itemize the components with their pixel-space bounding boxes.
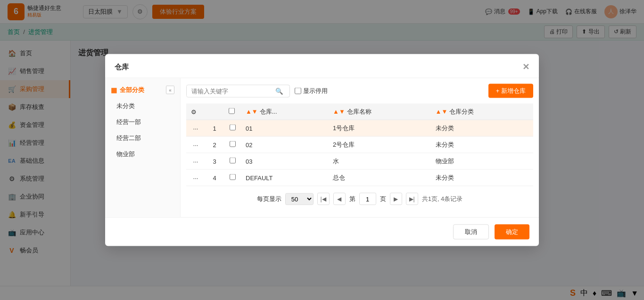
row-name: 1号仓库 bbox=[328, 120, 430, 136]
table-toolbar: 🔍 显示停用 + 新增仓库 bbox=[186, 84, 533, 98]
col-code-header: ▲▼仓库... bbox=[241, 104, 328, 120]
search-box: 🔍 bbox=[186, 84, 290, 97]
row-code: DEFAULT bbox=[241, 169, 328, 186]
category-item-property[interactable]: 物业部 bbox=[105, 146, 180, 162]
row-name: 水 bbox=[328, 153, 430, 169]
all-category-header[interactable]: ▦ 全部分类 « bbox=[105, 82, 180, 98]
col-num-header bbox=[205, 104, 224, 120]
row-category: 物业部 bbox=[431, 153, 533, 169]
pagination-bar: 每页显示 50 20 100 |◀ ◀ 第 页 ▶ ▶| 共1页, 4条记录 bbox=[186, 186, 533, 212]
row-num: 1 bbox=[205, 120, 224, 136]
table-row[interactable]: ··· 1 01 1号仓库 未分类 bbox=[186, 120, 533, 136]
prev-page-button[interactable]: ◀ bbox=[333, 193, 346, 205]
all-category-label: 全部分类 bbox=[120, 86, 144, 94]
row-num: 3 bbox=[205, 153, 224, 169]
warehouse-table: ⚙ ▲▼仓库... ▲▼仓库名称 ▲▼仓库分类 ··· 1 01 1号仓库 未分… bbox=[186, 104, 533, 186]
modal-body: ▦ 全部分类 « 未分类 经营一部 经营二部 物业部 🔍 显示停用 + 新增仓库 bbox=[105, 78, 539, 217]
show-disabled-text: 显示停用 bbox=[303, 87, 328, 95]
select-all-checkbox[interactable] bbox=[229, 108, 235, 114]
row-code: 03 bbox=[241, 153, 328, 169]
modal-header: 仓库 ✕ bbox=[105, 54, 539, 78]
per-page-select[interactable]: 50 20 100 bbox=[285, 193, 314, 205]
row-code: 01 bbox=[241, 120, 328, 136]
row-actions: ··· bbox=[186, 120, 205, 136]
modal-footer: 取消 确定 bbox=[105, 217, 539, 246]
grid-icon: ▦ bbox=[111, 86, 117, 94]
category-item-dept1[interactable]: 经营一部 bbox=[105, 114, 180, 130]
page-suffix: 页 bbox=[380, 195, 386, 203]
total-records: 共1页, 4条记录 bbox=[422, 195, 463, 203]
col-name-label: 仓库名称 bbox=[347, 108, 372, 115]
row-checkbox[interactable] bbox=[224, 120, 241, 136]
row-actions: ··· bbox=[186, 153, 205, 169]
first-page-button[interactable]: |◀ bbox=[317, 193, 330, 205]
row-num: 4 bbox=[205, 169, 224, 186]
col-code-label: 仓库... bbox=[260, 108, 277, 115]
row-checkbox[interactable] bbox=[224, 169, 241, 186]
search-input[interactable] bbox=[187, 85, 272, 97]
search-button[interactable]: 🔍 bbox=[272, 85, 287, 97]
show-disabled-label[interactable]: 显示停用 bbox=[295, 87, 328, 95]
table-panel: 🔍 显示停用 + 新增仓库 ⚙ ▲▼仓库... ▲▼仓库名称 ▲▼仓库分类 bbox=[181, 78, 539, 217]
last-page-button[interactable]: ▶| bbox=[406, 193, 418, 205]
row-checkbox[interactable] bbox=[224, 153, 241, 169]
category-item-dept2[interactable]: 经营二部 bbox=[105, 130, 180, 146]
next-page-button[interactable]: ▶ bbox=[390, 193, 402, 205]
table-row[interactable]: ··· 2 02 2号仓库 未分类 bbox=[186, 136, 533, 153]
table-row[interactable]: ··· 4 DEFAULT 总仓 未分类 bbox=[186, 169, 533, 186]
row-code: 02 bbox=[241, 136, 328, 153]
cancel-button[interactable]: 取消 bbox=[453, 225, 489, 240]
col-category-header: ▲▼仓库分类 bbox=[431, 104, 533, 120]
modal-title: 仓库 bbox=[115, 62, 129, 71]
col-checkbox bbox=[224, 104, 241, 120]
row-actions: ··· bbox=[186, 136, 205, 153]
col-category-label: 仓库分类 bbox=[449, 108, 474, 115]
row-actions: ··· bbox=[186, 169, 205, 186]
per-page-label: 每页显示 bbox=[257, 195, 281, 203]
confirm-button[interactable]: 确定 bbox=[495, 225, 529, 240]
warehouse-modal: 仓库 ✕ ▦ 全部分类 « 未分类 经营一部 经营二部 物业部 🔍 bbox=[105, 54, 539, 246]
row-category: 未分类 bbox=[431, 136, 533, 153]
page-num-label: 第 bbox=[349, 195, 355, 203]
collapse-button[interactable]: « bbox=[166, 86, 174, 94]
col-settings: ⚙ bbox=[186, 104, 205, 120]
row-category: 未分类 bbox=[431, 120, 533, 136]
row-name: 2号仓库 bbox=[328, 136, 430, 153]
row-category: 未分类 bbox=[431, 169, 533, 186]
col-name-header: ▲▼仓库名称 bbox=[328, 104, 430, 120]
row-num: 2 bbox=[205, 136, 224, 153]
category-panel: ▦ 全部分类 « 未分类 经营一部 经营二部 物业部 bbox=[105, 78, 181, 217]
modal-close-button[interactable]: ✕ bbox=[522, 62, 529, 72]
page-number-input[interactable] bbox=[359, 193, 376, 205]
row-checkbox[interactable] bbox=[224, 136, 241, 153]
table-row[interactable]: ··· 3 03 水 物业部 bbox=[186, 153, 533, 169]
row-name: 总仓 bbox=[328, 169, 430, 186]
show-disabled-checkbox[interactable] bbox=[295, 88, 301, 94]
add-warehouse-button[interactable]: + 新增仓库 bbox=[488, 84, 533, 98]
table-header-row: ⚙ ▲▼仓库... ▲▼仓库名称 ▲▼仓库分类 bbox=[186, 104, 533, 120]
category-item-unclassified[interactable]: 未分类 bbox=[105, 98, 180, 114]
